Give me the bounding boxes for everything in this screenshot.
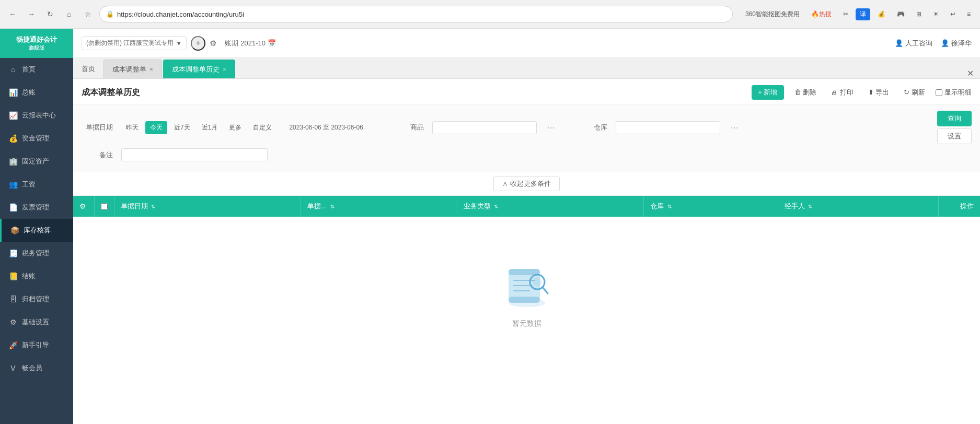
th-actions: 操作 [938, 196, 980, 217]
sidebar-item-ledger[interactable]: 📊 总账 [0, 81, 73, 104]
th-biz-type-label: 业务类型 [464, 202, 491, 210]
tax-icon: 🧾 [8, 249, 18, 257]
remark-filter-input[interactable] [121, 148, 268, 161]
org-selector[interactable]: (勿删勿禁用) 江西服宝测试专用 ▼ [82, 36, 187, 50]
sidebar-label-invoice: 发票管理 [22, 203, 49, 212]
page-header: 成本调整单历史 + 新增 🗑 删除 🖨 打印 ⬆ 导出 ↻ 刷新 显示明细 [73, 79, 980, 104]
sidebar-item-settings[interactable]: ⚙ 基础设置 [0, 311, 73, 334]
th-warehouse: 仓库 ⇅ [644, 196, 778, 217]
add-org-button[interactable]: ＋ [191, 36, 205, 51]
warehouse-sort-icon[interactable]: ⇅ [667, 204, 672, 209]
warehouse-filter-label: 仓库 [576, 123, 607, 132]
game-button[interactable]: 🎮 [893, 8, 909, 20]
scissors-button[interactable]: ✂ [839, 8, 852, 20]
tab-home[interactable]: 首页 [73, 60, 103, 78]
home-button[interactable]: ⌂ [62, 7, 76, 21]
sidebar-label-assets: 固定资产 [22, 157, 49, 166]
goods-filter-input[interactable] [432, 121, 537, 134]
service-button[interactable]: 👤 人工咨询 [895, 39, 932, 48]
th-bill-no-label: 单据... [307, 202, 327, 210]
biz-sort-icon[interactable]: ⇅ [494, 204, 498, 209]
print-button[interactable]: 🖨 打印 [827, 86, 858, 99]
user-info[interactable]: 👤 徐泽华 [941, 39, 972, 48]
vip-icon: V [8, 364, 18, 372]
bill-sort-icon[interactable]: ⇅ [330, 204, 335, 209]
org-dropdown-icon: ▼ [176, 40, 182, 47]
tab-cost-adjust[interactable]: 成本调整单 × [103, 60, 162, 78]
user-name: 徐泽华 [951, 39, 972, 48]
delete-button[interactable]: 🗑 删除 [790, 86, 821, 99]
sidebar-item-reports[interactable]: 📈 云报表中心 [0, 104, 73, 127]
menu-button[interactable]: ≡ [963, 8, 975, 20]
display-checkbox-input[interactable] [936, 89, 942, 96]
sidebar-item-vip[interactable]: V 畅会员 [0, 357, 73, 380]
tab-cost-history-close[interactable]: × [223, 66, 226, 73]
address-bar[interactable]: 🔒 https://cloud.chanjet.com/accounting/u… [99, 6, 733, 22]
undo-button[interactable]: ↩ [946, 8, 960, 20]
sidebar-item-archive[interactable]: 🗄 归档管理 [0, 288, 73, 311]
th-biz-type: 业务类型 ⇅ [457, 196, 644, 217]
setting-button[interactable]: 设置 [937, 128, 972, 144]
sidebar-item-funds[interactable]: 💰 资金管理 [0, 127, 73, 150]
svg-point-8 [533, 277, 542, 287]
query-button[interactable]: 查询 [937, 111, 972, 126]
date-filter-label: 单据日期 [82, 123, 113, 132]
warehouse-filter-input[interactable] [616, 121, 720, 134]
sidebar-item-payroll[interactable]: 👥 工资 [0, 173, 73, 196]
tab-cost-history[interactable]: 成本调整单历史 × [163, 60, 235, 78]
goods-more-button[interactable]: ··· [545, 123, 557, 132]
display-label: 显示明细 [944, 88, 972, 97]
date-tab-yesterday[interactable]: 昨天 [121, 121, 143, 134]
translate-button[interactable]: 译 [856, 8, 870, 20]
th-checkbox [94, 196, 114, 217]
new-button[interactable]: + 新增 [752, 85, 783, 100]
close-window-button[interactable]: ✕ [967, 68, 974, 78]
sidebar-item-inventory[interactable]: 📦 库存核算 [0, 219, 73, 242]
sidebar-label-ledger: 总账 [22, 88, 36, 97]
th-warehouse-label: 仓库 [650, 202, 664, 210]
th-gear: ⚙ [73, 196, 94, 217]
tab-cost-adjust-close[interactable]: × [149, 66, 153, 73]
reload-button[interactable]: ↻ [43, 7, 57, 21]
back-button[interactable]: ← [5, 7, 20, 21]
date-sort-icon[interactable]: ⇅ [151, 204, 155, 209]
warehouse-more-button[interactable]: ··· [729, 123, 741, 132]
settings-gear-icon[interactable]: ⚙ [210, 39, 216, 48]
sidebar-item-home[interactable]: ⌂ 首页 [0, 58, 73, 81]
search-tool[interactable]: 360智能抠图免费用 [741, 8, 804, 21]
url-text: https://cloud.chanjet.com/accounting/uru… [117, 10, 244, 18]
date-tab-more[interactable]: 更多 [224, 121, 246, 134]
date-tab-today[interactable]: 今天 [145, 121, 167, 134]
sidebar-item-tax[interactable]: 🧾 税务管理 [0, 242, 73, 265]
display-detail-checkbox[interactable]: 显示明细 [936, 88, 972, 97]
select-all-checkbox[interactable] [101, 203, 108, 210]
calendar-icon[interactable]: 📅 [268, 39, 276, 47]
hot-search-button[interactable]: 🔥热搜 [807, 8, 836, 21]
grid-button[interactable]: ⊞ [912, 8, 926, 20]
app-container: 畅捷通好会计 旗舰版 ⌂ 首页 📊 总账 📈 云报表中心 💰 资金管理 🏢 固定… [0, 29, 980, 424]
sidebar-item-invoice[interactable]: 📄 发票管理 [0, 196, 73, 219]
star-button[interactable]: ☆ [80, 7, 95, 21]
handler-sort-icon[interactable]: ⇅ [808, 204, 812, 209]
date-tab-1month[interactable]: 近1月 [197, 121, 223, 134]
logo-sub: 旗舰版 [29, 44, 44, 52]
coin-button[interactable]: 💰 [873, 8, 890, 20]
sidebar-item-guide[interactable]: 🚀 新手引导 [0, 334, 73, 357]
filter-row-date: 单据日期 昨天 今天 近7天 近1月 更多 自定义 2023-06-06 至 2… [82, 111, 972, 144]
th-date: 单据日期 ⇅ [114, 196, 301, 217]
date-tab-7days[interactable]: 近7天 [169, 121, 195, 134]
sidebar-label-home: 首页 [22, 65, 36, 74]
sidebar-label-close: 结账 [22, 272, 36, 281]
export-button[interactable]: ⬆ 导出 [864, 86, 894, 99]
forward-button[interactable]: → [24, 7, 39, 21]
refresh-button[interactable]: ↻ 刷新 [900, 86, 929, 99]
sidebar-item-assets[interactable]: 🏢 固定资产 [0, 150, 73, 173]
collapse-button[interactable]: ∧ 收起更多条件 [493, 176, 560, 191]
table-settings-button[interactable]: ⚙ [79, 202, 86, 210]
sidebar-item-close[interactable]: 📒 结账 [0, 265, 73, 288]
date-tab-custom[interactable]: 自定义 [248, 121, 276, 134]
period-label: 账期 [225, 39, 238, 48]
th-date-label: 单据日期 [121, 202, 148, 210]
sun-button[interactable]: ☀ [929, 8, 943, 20]
sidebar-label-settings: 基础设置 [22, 317, 49, 327]
